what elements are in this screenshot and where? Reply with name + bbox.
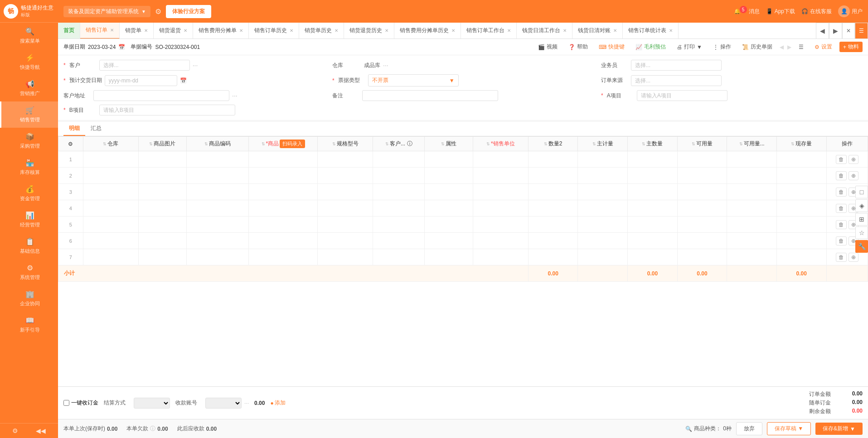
save-draft-dropdown-icon[interactable]: ▼ [798,425,803,432]
help-btn[interactable]: ❓ 帮助 [565,42,592,52]
sidebar-item-marketing[interactable]: 📢 营销推广 [0,75,58,101]
sort-attr-icon[interactable]: ⇅ [441,142,445,146]
operation-btn[interactable]: ⋮ 操作 [709,42,735,52]
row-copy-btn[interactable]: ⊕ [849,253,858,262]
save-new-button[interactable]: 保存&新增 ▼ [815,423,863,435]
col-settings[interactable]: ⚙ [58,137,83,151]
print-btn[interactable]: 🖨 打印 ▼ [673,42,706,52]
settings-shortcut-btn[interactable]: ⚙ 设置 [811,42,836,52]
detail-tab-summary[interactable]: 汇总 [85,122,107,136]
a-project-input[interactable] [637,90,727,101]
row-delete-btn[interactable]: 🗑 [836,236,847,245]
tab-order-history[interactable]: 销售订单历史 ✕ [249,23,299,39]
history-btn[interactable]: 📜 历史单据 [738,42,776,52]
staff-input[interactable] [631,60,722,71]
tab-list-btn[interactable]: ☰ [855,23,868,39]
tab-next-btn[interactable]: ▶ [829,23,842,39]
tab-sales-refund[interactable]: 销货退货 ✕ [154,23,193,39]
right-panel-btn-2[interactable]: ◈ [855,199,868,212]
layout-list-btn[interactable]: ☰ [795,43,807,52]
settle-method-select[interactable] [134,398,170,409]
notifications-btn[interactable]: 🔔 5 消息 [734,8,760,15]
close-tab-sales-refund[interactable]: ✕ [184,28,187,33]
add-account-btn[interactable]: ● 添加 [270,399,285,407]
address-more-icon[interactable]: ··· [232,92,238,99]
right-panel-btn-4[interactable]: ☆ [855,226,868,239]
add-material-btn[interactable]: + 物料 [839,42,863,52]
close-tab-sales-return[interactable]: ✕ [144,28,148,33]
sidebar-item-system[interactable]: ⚙ 系统管理 [0,259,58,285]
topbar-gear-icon[interactable]: ⚙ [155,7,161,16]
tab-prev-btn[interactable]: ◀ [816,23,829,39]
close-tab-order-history[interactable]: ✕ [290,28,293,33]
b-project-input[interactable] [99,105,235,116]
row-delete-btn[interactable]: 🗑 [836,220,847,229]
expected-date-input[interactable] [105,75,177,86]
sort-ccode-icon[interactable]: ⇅ [385,142,389,146]
account-more-icon[interactable]: ··· [244,400,249,406]
tab-refund-history[interactable]: 销货退货历史 ✕ [344,23,394,39]
scan-input-btn[interactable]: 扫码录入 [280,140,305,148]
sort-code-icon[interactable]: ⇅ [204,142,208,146]
solution-button[interactable]: 体验行业方案 [166,5,211,18]
sidebar-item-quick-nav[interactable]: ⚡ 快捷导航 [0,49,58,75]
sort-main-qty-icon[interactable]: ⇅ [642,142,645,146]
col-settings-icon[interactable]: ⚙ [68,141,73,147]
user-menu-btn[interactable]: 👤 用户 [838,5,863,17]
account-select[interactable] [205,398,242,409]
tab-money-clear-workbench[interactable]: 钱货日清工作台 ✕ [517,23,572,39]
tab-sales-order[interactable]: 销售订单 ✕ [80,23,120,39]
right-panel-btn-1[interactable]: □ [855,186,868,198]
view-btn[interactable]: 🎬 视频 [534,42,561,52]
tab-return-history[interactable]: 销货单历史 ✕ [299,23,344,39]
tab-sales-stats[interactable]: 销售订单统计表 ✕ [623,23,679,39]
note-input[interactable] [362,90,498,101]
warehouse-more-icon[interactable]: ··· [383,62,388,69]
sort-current-qty-icon[interactable]: ⇅ [791,142,795,146]
sidebar-item-sales[interactable]: 🛒 销售管理 [0,101,58,128]
sort-avail-qty2-icon[interactable]: ⇅ [739,142,743,146]
profit-btn[interactable]: 📈 毛利预估 [632,42,669,52]
close-tab-fee-history[interactable]: ✕ [451,28,455,33]
current-debt-info-icon[interactable]: ⓘ [150,425,155,433]
sidebar-item-purchase[interactable]: 📦 采购管理 [0,128,58,154]
tab-fee-history[interactable]: 销售费用分摊单历史 ✕ [394,23,461,39]
tab-home[interactable]: 首页 [58,23,80,39]
row-delete-btn[interactable]: 🗑 [836,204,847,213]
calendar-icon[interactable]: 📅 [118,44,125,50]
order-source-input[interactable] [631,75,722,86]
save-draft-button[interactable]: 保存草稿 ▼ [767,422,811,435]
sidebar-item-operations[interactable]: 📊 经营管理 [0,207,58,233]
address-input[interactable] [93,90,229,101]
customer-input[interactable] [99,60,190,71]
customer-more-icon[interactable]: ··· [193,62,198,69]
app-download-btn[interactable]: 📱 App下载 [766,8,795,15]
sidebar-item-basic[interactable]: 📋 基础信息 [0,233,58,259]
auto-settle-checkbox[interactable]: 一键收订金 [63,399,98,407]
close-tab-sales-stats[interactable]: ✕ [669,28,673,33]
tab-order-workbench[interactable]: 销售订单工作台 ✕ [461,23,517,39]
close-tab-refund-history[interactable]: ✕ [385,28,388,33]
sidebar-item-enterprise[interactable]: 🏢 企业协同 [0,285,58,312]
tab-money-clear-account[interactable]: 钱货日清对账 ✕ [572,23,623,39]
right-panel-btn-5[interactable]: 🔧 [855,240,868,253]
sort-avail-qty-icon[interactable]: ⇅ [692,142,695,146]
auto-settle-check[interactable] [63,400,69,406]
row-delete-btn[interactable]: 🗑 [836,188,847,197]
close-tab-money-clear-workbench[interactable]: ✕ [563,28,567,33]
sort-main-unit-icon[interactable]: ⇅ [592,142,596,146]
row-delete-btn[interactable]: 🗑 [836,253,847,262]
row-copy-btn[interactable]: ⊕ [849,155,858,164]
sidebar-item-search[interactable]: 🔍 搜索菜单 [0,23,58,49]
close-tab-sales-order[interactable]: ✕ [110,28,114,33]
close-tab-fee-split[interactable]: ✕ [239,28,243,33]
close-tab-order-workbench[interactable]: ✕ [507,28,511,33]
row-delete-btn[interactable]: 🗑 [836,155,847,164]
tab-sales-return[interactable]: 销货单 ✕ [120,23,154,39]
row-copy-btn[interactable]: ⊕ [849,171,858,180]
system-selector[interactable]: 装备及固定资产辅助管理系统 ▼ [63,6,150,17]
online-service-btn[interactable]: 🎧 在线客服 [801,8,832,15]
sort-qty2-icon[interactable]: ⇅ [544,142,548,146]
tab-close-all-btn[interactable]: ✕ [842,23,855,39]
close-tab-money-clear-account[interactable]: ✕ [613,28,617,33]
